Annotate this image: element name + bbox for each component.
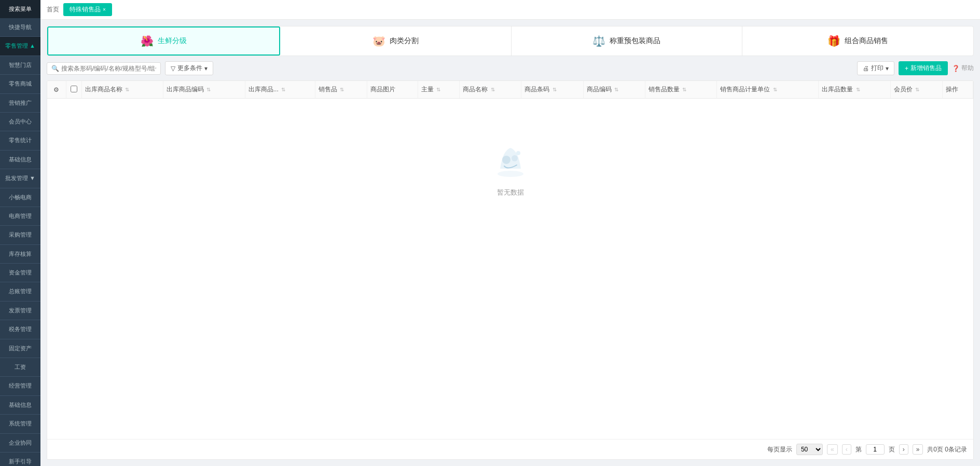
cat-tab-combo-sales-label: 组合商品销售 (845, 36, 888, 46)
sidebar-item-member-center[interactable]: 会员中心 (0, 113, 40, 131)
sidebar-item-wholesale-mgmt[interactable]: 批发管理 ▼ (0, 169, 40, 188)
sidebar-item-finance-mgmt[interactable]: 资金管理 (0, 264, 40, 282)
th-warehouse-code[interactable]: 出库商品编码 ⇅ (163, 81, 245, 99)
last-page-button[interactable]: » (913, 444, 923, 455)
page-content: 🌺 生鲜分级 🐷 肉类分割 ⚖️ 称重预包装商品 🎁 组合商品销售 🔍 (40, 20, 980, 466)
close-icon[interactable]: × (103, 7, 106, 12)
cat-tab-meat-cut-label: 肉类分割 (390, 36, 419, 46)
sidebar-item-retail-stats[interactable]: 零售统计 (0, 131, 40, 150)
th-warehouse-name[interactable]: 出库商品名称 ⇅ (81, 81, 163, 99)
sort-arrows-warehouse-spec: ⇅ (281, 87, 285, 92)
sort-arrows-warehouse-code: ⇅ (206, 87, 211, 92)
cat-tab-combo-sales[interactable]: 🎁 组合商品销售 (742, 26, 973, 56)
sidebar-item-tax-mgmt[interactable]: 税务管理 (0, 320, 40, 339)
first-page-button[interactable]: « (827, 444, 838, 455)
table-container: ⚙ 出库商品名称 ⇅ 出库商品编码 ⇅ 出库商品... (47, 80, 974, 460)
sidebar-item-mini-ecom[interactable]: 小畅电商 (0, 188, 40, 207)
cat-tab-fresh-grade-label: 生鲜分级 (158, 36, 187, 46)
cat-tab-meat-cut[interactable]: 🐷 肉类分割 (280, 26, 512, 56)
main-area: 首页 特殊销售品 × 🌺 生鲜分级 🐷 肉类分割 ⚖️ 称重预包装商品 🎁 组合… (40, 0, 980, 466)
sidebar-item-invoice-mgmt[interactable]: 发票管理 (0, 301, 40, 320)
cat-tab-scale-prepack[interactable]: ⚖️ 称重预包装商品 (512, 26, 743, 56)
sidebar-item-basic-info2[interactable]: 基础信息 (0, 396, 40, 415)
table-wrapper: ⚙ 出库商品名称 ⇅ 出库商品编码 ⇅ 出库商品... (47, 81, 973, 439)
sidebar-item-ops-mgmt[interactable]: 经营管理 (0, 377, 40, 395)
new-button[interactable]: + 新增销售品 (899, 61, 948, 75)
category-tabs: 🌺 生鲜分级 🐷 肉类分割 ⚖️ 称重预包装商品 🎁 组合商品销售 (47, 26, 974, 56)
pagination: 每页显示 50 10 20 100 « ‹ 第 页 › » 共0页 0条记录 (47, 439, 973, 459)
search-input[interactable] (61, 65, 156, 72)
th-barcode[interactable]: 商品条码 ⇅ (521, 81, 583, 99)
sidebar-item-sales-promo[interactable]: 营销推广 (0, 94, 40, 113)
th-checkbox[interactable] (66, 81, 81, 99)
home-tab[interactable]: 首页 (47, 5, 59, 14)
sort-arrows-member-price: ⇅ (915, 87, 919, 92)
filter-arrow-icon: ▾ (204, 65, 208, 72)
print-arrow-icon: ▾ (886, 65, 889, 72)
svg-point-0 (498, 171, 523, 177)
print-label: 打印 (871, 64, 884, 73)
plus-icon: + (905, 65, 908, 72)
sidebar-item-fixed-assets[interactable]: 固定资产 (0, 339, 40, 358)
tab-label: 特殊销售品 (70, 5, 101, 14)
sidebar-item-wages[interactable]: 工资 (0, 358, 40, 377)
search-box[interactable]: 🔍 (47, 62, 161, 75)
sidebar-item-purchase-mgmt[interactable]: 采购管理 (0, 226, 40, 244)
sort-arrows-product-code: ⇅ (614, 87, 618, 92)
empty-state: 暂无数据 (47, 99, 973, 239)
svg-point-3 (516, 151, 520, 155)
th-weight[interactable]: 主量 ⇅ (418, 81, 460, 99)
select-all-checkbox[interactable] (71, 86, 77, 92)
sort-arrows-warehouse-name: ⇅ (125, 87, 129, 92)
scale-prepack-icon: ⚖️ (592, 35, 605, 47)
sidebar-item-newbie[interactable]: 新手引导 (0, 453, 40, 466)
th-warehouse-spec[interactable]: 出库商品... ⇅ (245, 81, 315, 99)
sidebar: 搜索菜单 快捷导航 零售管理 ▲ 智慧门店 零售商城 营销推广 会员中心 零售统… (0, 0, 40, 466)
empty-text: 暂无数据 (497, 188, 524, 197)
help-button[interactable]: ❓ 帮助 (952, 64, 974, 73)
next-page-button[interactable]: › (899, 444, 908, 455)
sidebar-item-general-ledger[interactable]: 总账管理 (0, 282, 40, 301)
sidebar-item-quick-nav[interactable]: 快捷导航 (0, 18, 40, 37)
th-product-name[interactable]: 商品名称 ⇅ (460, 81, 521, 99)
active-tab[interactable]: 特殊销售品 × (63, 3, 112, 16)
sidebar-logo[interactable]: 搜索菜单 (0, 0, 40, 18)
th-member-price[interactable]: 会员价 ⇅ (890, 81, 942, 99)
help-label: 帮助 (961, 64, 974, 73)
th-sale-qty[interactable]: 销售品数量 ⇅ (645, 81, 716, 99)
filter-label: 更多条件 (177, 64, 202, 73)
topbar: 首页 特殊销售品 × (40, 0, 980, 20)
sort-arrows-barcode: ⇅ (553, 87, 557, 92)
th-product-code[interactable]: 商品编码 ⇅ (583, 81, 645, 99)
filter-button[interactable]: ▽ 更多条件 ▾ (165, 61, 213, 75)
sort-arrows-sale-qty: ⇅ (682, 87, 686, 92)
sort-arrows-product-name: ⇅ (491, 87, 495, 92)
per-page-select[interactable]: 50 10 20 100 (796, 444, 823, 455)
print-icon: 🖨 (863, 65, 869, 72)
sort-arrows-warehouse-qty: ⇅ (856, 87, 860, 92)
page-input[interactable] (866, 444, 885, 455)
sidebar-item-sys-mgmt[interactable]: 系统管理 (0, 415, 40, 433)
sidebar-item-basic-info[interactable]: 基础信息 (0, 150, 40, 169)
svg-point-2 (512, 155, 518, 161)
sidebar-item-retail-mgmt[interactable]: 零售管理 ▲ (0, 37, 40, 56)
cat-tab-fresh-grade[interactable]: 🌺 生鲜分级 (47, 26, 280, 56)
sidebar-item-enterprise[interactable]: 企业协同 (0, 434, 40, 453)
sidebar-item-smart-store[interactable]: 智慧门店 (0, 56, 40, 75)
sidebar-item-inventory[interactable]: 库存核算 (0, 245, 40, 264)
sidebar-item-ecom-mgmt[interactable]: 电商管理 (0, 207, 40, 226)
th-settings[interactable]: ⚙ (47, 81, 66, 99)
sort-arrows-sale-item: ⇅ (340, 87, 344, 92)
sidebar-item-retail-mall[interactable]: 零售商城 (0, 75, 40, 93)
th-action: 操作 (942, 81, 973, 99)
th-sale-item[interactable]: 销售品 ⇅ (315, 81, 367, 99)
print-button[interactable]: 🖨 打印 ▾ (857, 61, 894, 75)
th-sale-unit[interactable]: 销售商品计量单位 ⇅ (717, 81, 819, 99)
toolbar-left: 🔍 ▽ 更多条件 ▾ (47, 61, 213, 75)
prev-page-button[interactable]: ‹ (842, 444, 851, 455)
combo-sales-icon: 🎁 (827, 35, 840, 47)
sort-arrows-weight: ⇅ (436, 87, 440, 92)
toolbar: 🔍 ▽ 更多条件 ▾ 🖨 打印 ▾ + 新增销售品 (47, 61, 974, 75)
page-label: 第 (855, 445, 862, 454)
th-warehouse-qty[interactable]: 出库品数量 ⇅ (819, 81, 890, 99)
